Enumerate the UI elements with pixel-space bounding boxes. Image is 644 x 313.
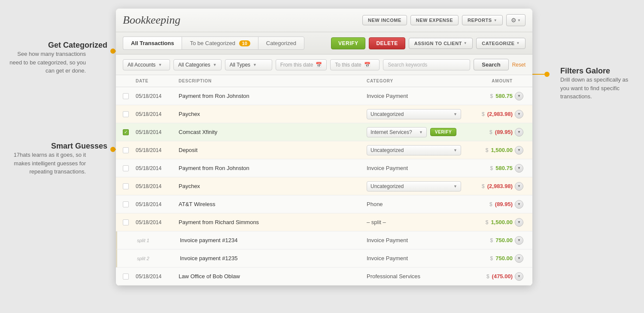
reports-button[interactable]: REPORTS ▼ — [462, 15, 503, 25]
row-date: 05/18/2014 — [136, 147, 179, 153]
dollar-icon: $ — [489, 129, 492, 135]
to-date-calendar-icon: 📅 — [364, 62, 371, 68]
row-action-area: ▼ — [513, 236, 526, 245]
category-select[interactable]: Uncategorized ▼ — [367, 145, 461, 155]
row-menu-button[interactable]: ▼ — [515, 236, 523, 245]
categories-select[interactable]: All Categories ▼ — [173, 59, 222, 70]
gear-arrow-icon: ▼ — [517, 18, 521, 22]
accounts-select[interactable]: All Accounts ▼ — [123, 59, 170, 70]
annotation-get-categorized: Get Categorized See how many transaction… — [9, 41, 107, 75]
tab-categorized[interactable]: Categorized — [258, 36, 304, 50]
row-category: Uncategorized ▼ — [367, 145, 461, 155]
row-menu-button[interactable]: ▼ — [515, 272, 523, 281]
app-header: Bookkeeping NEW INCOME NEW EXPENSE REPOR… — [116, 9, 532, 32]
col-action — [513, 79, 526, 83]
row-menu-button[interactable]: ▼ — [515, 218, 523, 227]
row-category: Uncategorized ▼ — [367, 181, 461, 191]
tab-all-transactions[interactable]: All Transactions — [123, 36, 182, 50]
new-income-button[interactable]: NEW INCOME — [362, 15, 407, 25]
row-date: 05/18/2014 — [136, 219, 179, 225]
col-cat-header: CATEGORY — [367, 79, 461, 83]
categories-arrow-icon: ▼ — [213, 63, 217, 67]
accounts-arrow-icon: ▼ — [158, 63, 162, 67]
table-row: ✓ 05/18/2014 Comcast Xfinity Internet Se… — [116, 123, 532, 141]
row-description: Paychex — [179, 111, 367, 117]
row-category: Internet Services? ▼ VERIFY — [367, 127, 461, 137]
filter-bar: All Accounts ▼ All Categories ▼ All Type… — [116, 55, 532, 75]
row-description: Law Office of Bob Oblaw — [179, 273, 367, 280]
dollar-icon: $ — [486, 273, 489, 280]
types-arrow-icon: ▼ — [253, 63, 257, 67]
dollar-icon: $ — [482, 111, 485, 117]
row-checkbox[interactable] — [123, 183, 129, 189]
row-action-area: ▼ — [513, 146, 526, 155]
row-description: Payment from Ron Johnston — [179, 165, 367, 171]
category-select[interactable]: Uncategorized ▼ — [367, 109, 461, 119]
table-row: 05/18/2014 Deposit Uncategorized ▼ $ 1,5… — [116, 141, 532, 159]
dollar-icon: $ — [489, 201, 492, 207]
row-description: Invoice payment #1234 — [180, 237, 367, 243]
annotation-smart-guesses: Smart Guesses 17hats learns as it goes, … — [9, 142, 107, 176]
row-menu-button[interactable]: ▼ — [515, 182, 523, 191]
row-checkbox[interactable] — [123, 111, 129, 117]
row-menu-button[interactable]: ▼ — [515, 110, 523, 119]
row-description: Deposit — [179, 147, 367, 153]
row-menu-button[interactable]: ▼ — [515, 146, 523, 155]
row-action-area: ▼ — [513, 200, 526, 209]
delete-button[interactable]: DELETE — [369, 37, 405, 49]
row-date: 05/18/2014 — [136, 273, 179, 280]
types-select[interactable]: All Types ▼ — [225, 59, 272, 70]
tab-badge-count: 10 — [239, 40, 250, 46]
annotation-arrow-right — [532, 72, 550, 77]
to-date-input[interactable]: To this date 📅 — [330, 59, 380, 70]
row-menu-button[interactable]: ▼ — [515, 200, 523, 209]
keyword-input[interactable]: Search keywords — [383, 59, 470, 70]
category-select[interactable]: Internet Services? ▼ — [367, 127, 427, 137]
categorize-button[interactable]: CATEGORIZE ▼ — [476, 38, 526, 49]
row-category: Invoice Payment — [367, 93, 461, 99]
row-menu-button[interactable]: ▼ — [515, 164, 523, 173]
from-date-input[interactable]: From this date 📅 — [276, 59, 327, 70]
row-checkbox[interactable] — [123, 93, 129, 99]
reset-button[interactable]: Reset — [512, 62, 526, 68]
row-menu-button[interactable]: ▼ — [515, 92, 523, 100]
row-amount: $ 580.75 — [461, 93, 513, 99]
row-checkbox[interactable] — [123, 273, 129, 280]
table-row: 05/18/2014 Law Office of Bob Oblaw Profe… — [116, 267, 532, 286]
verify-button[interactable]: VERIFY — [331, 37, 365, 49]
row-checkbox[interactable] — [123, 201, 129, 207]
row-date: 05/18/2014 — [136, 111, 179, 117]
categorize-arrow-icon: ▼ — [516, 41, 520, 45]
new-expense-button[interactable]: NEW EXPENSE — [410, 15, 459, 25]
row-checkbox[interactable] — [123, 219, 129, 225]
tab-to-be-categorized[interactable]: To be Categorized 10 — [182, 36, 258, 50]
settings-button[interactable]: ⚙ ▼ — [506, 14, 526, 26]
table-header: DATE DESCRIPTION CATEGORY AMOUNT — [116, 75, 532, 87]
dollar-icon: $ — [486, 219, 489, 225]
row-description: Payment from Ron Johnston — [179, 93, 367, 99]
table-row: 05/18/2014 Payment from Ron Johnston Inv… — [116, 159, 532, 177]
row-menu-button[interactable]: ▼ — [515, 254, 523, 263]
cat-with-verify: Internet Services? ▼ VERIFY — [367, 127, 461, 137]
row-verify-button[interactable]: VERIFY — [430, 128, 456, 136]
row-checkbox[interactable] — [123, 165, 129, 171]
dollar-icon: $ — [490, 165, 493, 171]
row-checkbox[interactable]: ✓ — [123, 129, 129, 135]
row-amount: $ (89.95) — [461, 129, 513, 135]
cat-arrow-icon: ▼ — [453, 148, 457, 152]
row-description: Invoice payment #1235 — [180, 255, 367, 261]
cat-arrow-icon: ▼ — [453, 112, 457, 116]
row-description: Comcast Xfinity — [179, 129, 367, 135]
dollar-icon: $ — [482, 183, 485, 189]
assign-to-client-button[interactable]: ASSIGN TO CLIENT ▼ — [409, 38, 473, 49]
row-checkbox[interactable] — [123, 147, 129, 153]
dollar-icon: $ — [490, 93, 493, 99]
search-button[interactable]: Search — [474, 59, 508, 70]
row-menu-button[interactable]: ▼ — [515, 128, 523, 137]
row-description: Payment from Richard Simmons — [179, 219, 367, 225]
row-category: Invoice Payment — [367, 255, 461, 261]
row-action-area: ▼ — [513, 128, 526, 137]
annotation-filters-galore: Filters Galore Drill down as specificall… — [560, 67, 638, 101]
category-select[interactable]: Uncategorized ▼ — [367, 181, 461, 191]
table-row: 05/18/2014 Payment from Richard Simmons … — [116, 213, 532, 231]
